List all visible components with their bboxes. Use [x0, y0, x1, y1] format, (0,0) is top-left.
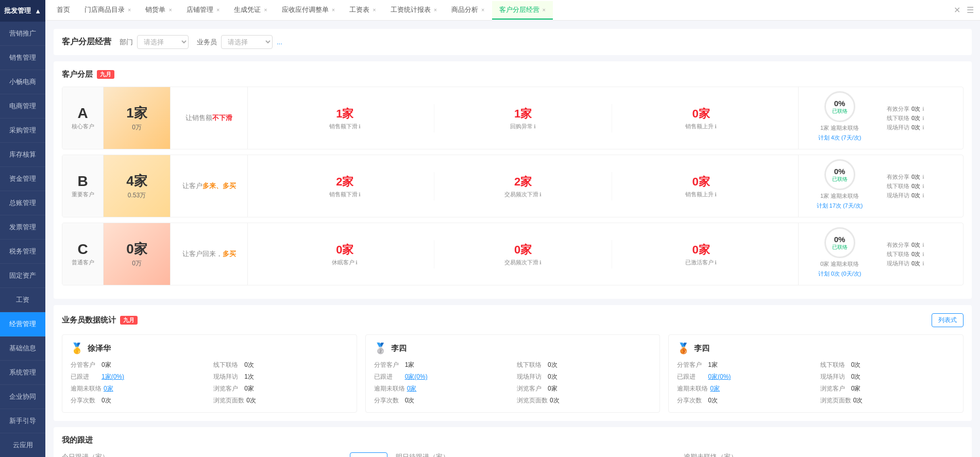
sidebar-item-kucun[interactable]: 库存核算 — [0, 143, 45, 167]
tier-right-stats-A: 有效分享 0次 ℹ 线下联络 0次 ℹ 现场拜访 0次 ℹ — [881, 87, 963, 149]
tier-stats-C: 0家 休眠客户 ℹ 0家 交易频次下滑 ℹ 0家 已激活客户 ℹ — [248, 223, 798, 285]
tab-close-goods[interactable]: × — [481, 7, 484, 13]
tier-stat-info-C-0[interactable]: ℹ — [356, 260, 358, 265]
sidebar-item-yingxiao[interactable]: 营销推广 — [0, 22, 45, 46]
tab-voucher[interactable]: 生成凭证× — [227, 1, 274, 20]
goto-followup-button[interactable]: 去跟进 — [350, 452, 387, 457]
staff-name-1: 李四 — [391, 344, 407, 353]
staff-select[interactable]: 请选择 — [221, 35, 273, 49]
staff-stat-val-0-2[interactable]: 1家(0%) — [102, 373, 124, 381]
tab-wages[interactable]: 工资表× — [342, 1, 383, 20]
staff-name-0: 徐泽华 — [88, 344, 111, 353]
tier-contact-circle-A: 0% 已联络 — [824, 91, 855, 122]
tab-close-customer[interactable]: × — [543, 7, 546, 13]
sidebar-item-zijin[interactable]: 资金管理 — [0, 167, 45, 191]
sidebar-item-jichu[interactable]: 基础信息 — [0, 336, 45, 361]
sidebar-item-xitong[interactable]: 系统管理 — [0, 361, 45, 385]
sidebar-item-jingying[interactable]: 经营管理 — [0, 312, 45, 336]
staff-medal-0: 🥇 — [71, 342, 83, 354]
tab-label-voucher: 生成凭证 — [234, 5, 261, 14]
tier-right-info-B-1[interactable]: ℹ — [922, 183, 924, 189]
tab-store[interactable]: 店铺管理× — [179, 1, 227, 20]
tier-right-info-C-2[interactable]: ℹ — [922, 261, 924, 266]
sidebar-item-gudingzichan[interactable]: 固定资产 — [0, 264, 45, 288]
sidebar-item-gongzi[interactable]: 工资 — [0, 288, 45, 312]
tab-home[interactable]: 首页 — [49, 1, 77, 20]
tier-right-info-B-0[interactable]: ℹ — [922, 174, 924, 180]
sidebar-collapse-icon[interactable]: ▲ — [35, 7, 41, 15]
tab-close-products[interactable]: × — [128, 7, 131, 13]
tier-stat-info-A-2[interactable]: ℹ — [715, 124, 717, 129]
tier-stat-info-C-2[interactable]: ℹ — [715, 260, 717, 265]
sidebar-item-xiaoshou[interactable]: 销售管理 — [0, 46, 45, 70]
tab-products[interactable]: 门店商品目录× — [77, 1, 138, 20]
tier-right-info-B-2[interactable]: ℹ — [922, 193, 924, 198]
sidebar-item-fapiao[interactable]: 发票管理 — [0, 215, 45, 240]
tab-goods[interactable]: 商品分析× — [444, 1, 492, 20]
staff-stat-0-2: 已跟进 1家(0%) — [71, 373, 205, 381]
staff-stat-val-1-7: 0次 — [550, 396, 560, 405]
sidebar-item-shuiwu[interactable]: 税务管理 — [0, 240, 45, 264]
sidebar-item-xiaodian[interactable]: 小畅电商 — [0, 70, 45, 94]
tab-payable[interactable]: 应收应付调整单× — [275, 1, 342, 20]
tier-contact-circle-B: 0% 已联络 — [824, 159, 855, 190]
tier-stat-C-2: 0家 已激活客户 ℹ — [612, 240, 790, 268]
tier-count-A: 1家 — [126, 104, 147, 122]
tier-stat-A-1: 1家 回购异常 ℹ — [434, 104, 613, 132]
tab-close-store[interactable]: × — [216, 7, 219, 13]
staff-stat-1-1: 线下联络 0次 — [517, 361, 651, 369]
tier-stat-info-A-0[interactable]: ℹ — [359, 124, 361, 129]
tier-right-stat-C-0: 有效分享 0次 ℹ — [887, 241, 957, 249]
sidebar-item-yunyingyong[interactable]: 云应用 — [0, 433, 45, 457]
tier-stat-info-A-1[interactable]: ℹ — [534, 124, 536, 129]
staff-label: 业务员 — [197, 38, 217, 47]
tab-close-sales[interactable]: × — [168, 7, 172, 13]
tier-row-B: B 重要客户 4家 0.53万 让客户多来、多买 2家 销售额下滑 ℹ 2家 交… — [62, 155, 964, 217]
staff-stat-val-2-2[interactable]: 0家(0%) — [708, 373, 731, 381]
staff-stat-val-1-4[interactable]: 0家 — [407, 384, 417, 393]
staff-stat-0-5: 浏览客户 0家 — [213, 384, 348, 393]
sidebar-header[interactable]: 批发管理 ▲ — [0, 0, 45, 22]
tier-right-stat-A-2: 现场拜访 0次 ℹ — [887, 124, 957, 131]
tier-stat-info-B-0[interactable]: ℹ — [359, 192, 361, 197]
tier-right-info-C-1[interactable]: ℹ — [922, 251, 924, 257]
tab-customer[interactable]: 客户分层经营× — [492, 1, 553, 20]
tab-close-all-icon[interactable]: ✕ — [954, 5, 960, 15]
tab-close-payable[interactable]: × — [332, 7, 335, 13]
sidebar-item-dianshang[interactable]: 电商管理 — [0, 94, 45, 119]
tier-stat-info-B-2[interactable]: ℹ — [715, 192, 717, 197]
tier-right-info-A-2[interactable]: ℹ — [922, 125, 924, 130]
tab-close-wagereport[interactable]: × — [434, 7, 437, 13]
tier-right-info-A-0[interactable]: ℹ — [922, 106, 924, 112]
tier-stat-count-B-2: 0家 — [692, 174, 710, 190]
staff-stat-val-1-2[interactable]: 0家(0%) — [405, 373, 428, 381]
staff-stat-val-2-4[interactable]: 0家 — [710, 384, 720, 393]
tier-stat-count-C-1: 0家 — [514, 242, 532, 258]
staff-stat-2-6: 分享次数 0次 — [677, 396, 812, 405]
tab-more-icon[interactable]: ☰ — [967, 5, 974, 15]
tier-amount-C: 0万 — [132, 259, 142, 268]
tier-amount-B: 0.53万 — [128, 191, 146, 200]
staff-stat-val-0-4[interactable]: 0家 — [104, 384, 113, 393]
sidebar-item-zhangmu[interactable]: 总账管理 — [0, 191, 45, 215]
tab-label-wagereport: 工资统计报表 — [391, 5, 431, 14]
sidebar-item-qiyexieyou[interactable]: 企业协同 — [0, 385, 45, 409]
tab-close-voucher[interactable]: × — [264, 7, 267, 13]
list-view-button[interactable]: 列表式 — [932, 313, 964, 327]
tab-close-wages[interactable]: × — [373, 7, 376, 13]
filter-more-icon[interactable]: ... — [277, 38, 282, 46]
tab-wagereport[interactable]: 工资统计报表× — [383, 1, 444, 20]
dept-select[interactable]: 请选择 — [137, 35, 189, 49]
sidebar-item-caigou[interactable]: 采购管理 — [0, 119, 45, 143]
tab-label-wages: 工资表 — [349, 5, 369, 14]
tier-main-B: 4家 0.53万 — [104, 155, 171, 217]
tier-stat-info-C-1[interactable]: ℹ — [539, 260, 542, 265]
tier-stat-info-B-1[interactable]: ℹ — [539, 192, 542, 197]
tab-sales[interactable]: 销货单× — [138, 1, 179, 20]
tier-count-B: 4家 — [126, 172, 147, 190]
tier-right-info-C-0[interactable]: ℹ — [922, 242, 924, 248]
staff-stat-0-6: 分享次数 0次 — [71, 396, 205, 405]
tier-right-info-A-1[interactable]: ℹ — [922, 115, 924, 121]
sidebar-item-xinshou[interactable]: 新手引导 — [0, 409, 45, 433]
staff-stat-1-5: 浏览客户 0家 — [517, 384, 651, 393]
